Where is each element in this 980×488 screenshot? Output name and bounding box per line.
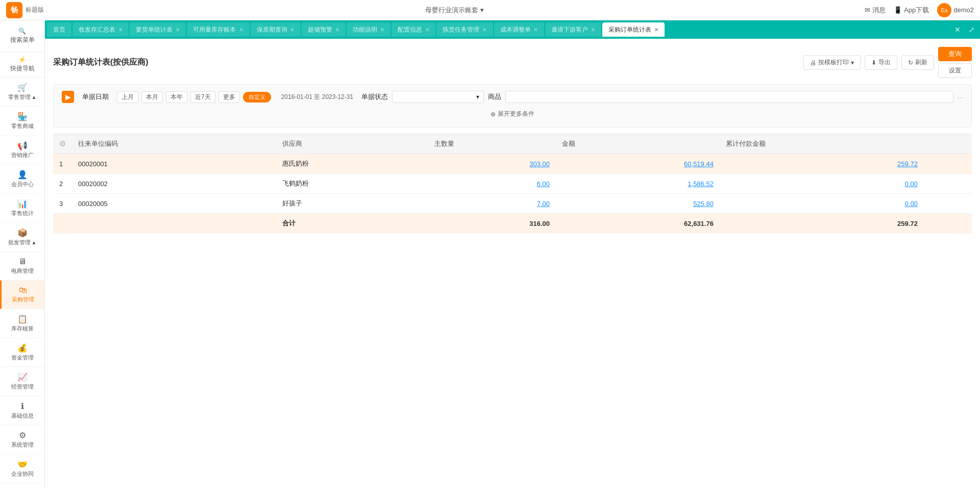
workspace-arrow: ▾ — [480, 6, 484, 14]
template-print-btn[interactable]: 🖨 按模板打印 ▾ — [803, 55, 861, 70]
tab-close-purchase-order-stats[interactable]: × — [654, 25, 658, 34]
refresh-btn[interactable]: ↻ 刷新 — [901, 55, 934, 70]
search-menu-label: 搜索菜单 — [10, 36, 35, 44]
goods-more-icon[interactable]: ··· — [958, 93, 963, 101]
tab-close-purchase-single-stats[interactable]: × — [176, 25, 180, 34]
status-filter-label: 单据状态 — [361, 92, 388, 101]
tab-close-function-desc[interactable]: × — [380, 25, 384, 34]
sidebar-label-ops-mgmt: 经营管理 — [11, 383, 34, 391]
tab-purchase-order-stats[interactable]: 采购订单统计表× — [602, 22, 665, 37]
sidebar-item-retail-management[interactable]: 🛒 零售管理 ▲ — [0, 78, 44, 107]
qty-link-0[interactable]: 303.00 — [529, 160, 550, 168]
tab-label-purchase-order-stats: 采购订单统计表 — [608, 25, 651, 34]
refresh-icon: ↻ — [908, 59, 913, 66]
paid-amount-link-0[interactable]: 259.72 — [897, 160, 918, 168]
sidebar-item-system-mgmt[interactable]: ⚙ 系统管理 — [0, 425, 44, 454]
amount-link-2[interactable]: 525.80 — [693, 200, 714, 208]
date-btn-more[interactable]: 更多 — [218, 91, 240, 103]
quick-nav-btn[interactable]: ⚡ 快捷导航 — [0, 52, 44, 78]
table-header: ⚙ 往来单位编码 供应商 主数量 金额 累计付款金额 — [53, 134, 972, 154]
workspace-selector[interactable]: 母婴行业演示账套 ▾ — [425, 6, 484, 15]
table-settings-icon[interactable]: ⚙ — [59, 139, 66, 148]
sidebar-item-inventory-check[interactable]: 📋 库存核算 — [0, 309, 44, 338]
cell-paid-amount-0: 259.72 — [720, 154, 924, 174]
expand-more-btn[interactable]: ⊕ 展开更多条件 — [482, 107, 543, 121]
sidebar-item-ops-mgmt[interactable]: 📈 经营管理 — [0, 367, 44, 396]
sidebar-item-new-guide[interactable]: 🎯 新手引导 — [0, 483, 44, 488]
amount-link-1[interactable]: 1,586.52 — [688, 180, 714, 188]
tab-close-over-stock-alert[interactable]: × — [335, 25, 339, 34]
tab-close-pick-task-mgmt[interactable]: × — [482, 25, 486, 34]
status-select[interactable]: ▾ — [392, 91, 484, 103]
tab-close-config-info[interactable]: × — [425, 25, 429, 34]
tab-receive-summary[interactable]: 收发存汇总表× — [72, 22, 129, 37]
cell-extra-1 — [924, 174, 972, 194]
date-custom-badge[interactable]: 自定义 — [243, 92, 271, 102]
tab-bar-actions: ✕ ⤢ — [951, 24, 978, 35]
tab-cost-adjustment[interactable]: 成本调整单× — [494, 22, 544, 37]
date-btn-this-month[interactable]: 本月 — [141, 91, 163, 103]
tab-expand-btn[interactable]: ⤢ — [966, 24, 978, 35]
sidebar-label-member-center: 会员中心 — [11, 181, 34, 188]
date-btn-this-year[interactable]: 本年 — [166, 91, 187, 103]
goods-filter-input[interactable] — [505, 91, 953, 103]
sidebar-icon-capital-mgmt: 💰 — [17, 343, 28, 353]
tab-home[interactable]: 首页 — [47, 22, 71, 37]
tab-close-btn[interactable]: ✕ — [951, 24, 964, 35]
qty-link-2[interactable]: 7.00 — [537, 200, 550, 208]
table-footer: 合计 316.00 62,631.76 259.72 — [53, 214, 972, 234]
date-btn-7days[interactable]: 近7天 — [190, 91, 215, 103]
export-label: 导出 — [878, 58, 891, 67]
tab-purchase-single-stats[interactable]: 要货单统计表× — [130, 22, 186, 37]
tab-close-receive-summary[interactable]: × — [118, 25, 122, 34]
tab-invite-downstream[interactable]: 邀请下游客户× — [545, 22, 601, 37]
app-download-label: App下载 — [904, 6, 929, 15]
table-row[interactable]: 2 00020002 飞鹤奶粉 6.00 1,586.52 0.00 — [53, 174, 972, 194]
tab-over-stock-alert[interactable]: 超储预警× — [302, 22, 346, 37]
date-btn-last-month[interactable]: 上月 — [117, 91, 138, 103]
paid-amount-link-2[interactable]: 0.00 — [905, 200, 918, 208]
sidebar-item-basic-info[interactable]: ℹ 基础信息 — [0, 396, 44, 425]
message-btn[interactable]: ✉ 消息 — [865, 6, 886, 15]
footer-empty-2 — [924, 214, 972, 234]
app-download-btn[interactable]: 📱 App下载 — [894, 6, 929, 15]
sidebar-item-capital-mgmt[interactable]: 💰 资金管理 — [0, 338, 44, 367]
sidebar-item-purchase-mgmt[interactable]: 🛍 采购管理 — [0, 280, 44, 309]
message-label: 消息 — [872, 6, 886, 15]
table-row[interactable]: 3 00020005 好孩子 7.00 525.80 0.00 — [53, 194, 972, 214]
query-btn[interactable]: 查询 — [938, 47, 972, 61]
sidebar-icon-wholesale-mgmt: 📦 — [17, 228, 28, 238]
export-btn[interactable]: ⬇ 导出 — [865, 55, 897, 70]
sidebar-item-retail-stats[interactable]: 📊 零售统计 — [0, 194, 44, 223]
tab-close-invite-downstream[interactable]: × — [591, 25, 595, 34]
cell-qty-1: 6.00 — [428, 174, 556, 194]
tab-pick-task-mgmt[interactable]: 拣货任务管理× — [436, 22, 493, 37]
search-menu-btn[interactable]: 🔍 搜索菜单 — [3, 24, 41, 47]
sidebar-item-retail-shop[interactable]: 🏪 零售商城 — [0, 107, 44, 136]
table-row[interactable]: 1 00020001 惠氏奶粉 303.00 60,519.44 259.72 — [53, 154, 972, 174]
cell-supplier-0: 惠氏奶粉 — [276, 154, 428, 174]
sidebar-item-marketing[interactable]: 📢 营销推广 — [0, 136, 44, 165]
logo-text: 标题版 — [26, 6, 44, 14]
filter-toggle-btn[interactable]: ▶ — [62, 91, 74, 103]
tab-close-warranty-query[interactable]: × — [290, 25, 295, 34]
sidebar-item-enterprise-coop[interactable]: 🤝 企业协同 — [0, 454, 44, 483]
tab-config-info[interactable]: 配置信息× — [391, 22, 435, 37]
paid-amount-link-1[interactable]: 0.00 — [905, 180, 918, 188]
amount-link-0[interactable]: 60,519.44 — [684, 160, 714, 168]
tab-available-inventory[interactable]: 可用量库存账本× — [187, 22, 249, 37]
template-print-label: 按模板打印 — [818, 58, 849, 67]
sidebar-item-ecommerce-mgmt[interactable]: 🖥 电商管理 — [0, 252, 44, 280]
qty-link-1[interactable]: 6.00 — [537, 180, 550, 188]
tabs-container: 首页收发存汇总表×要货单统计表×可用量库存账本×保质期查询×超储预警×功能说明×… — [47, 22, 665, 37]
tab-warranty-query[interactable]: 保质期查询× — [251, 22, 301, 37]
sidebar-item-wholesale-mgmt[interactable]: 📦 批发管理 ▲ — [0, 223, 44, 252]
tab-function-desc[interactable]: 功能说明× — [347, 22, 390, 37]
th-amount: 金额 — [556, 134, 720, 154]
sidebar-item-member-center[interactable]: 👤 会员中心 — [0, 165, 44, 194]
tab-close-available-inventory[interactable]: × — [239, 25, 243, 34]
search-icon: 🔍 — [18, 28, 26, 35]
tab-close-cost-adjustment[interactable]: × — [534, 25, 538, 34]
settings-btn[interactable]: 设置 — [938, 63, 972, 78]
user-area[interactable]: Ea demo2 — [937, 3, 974, 17]
